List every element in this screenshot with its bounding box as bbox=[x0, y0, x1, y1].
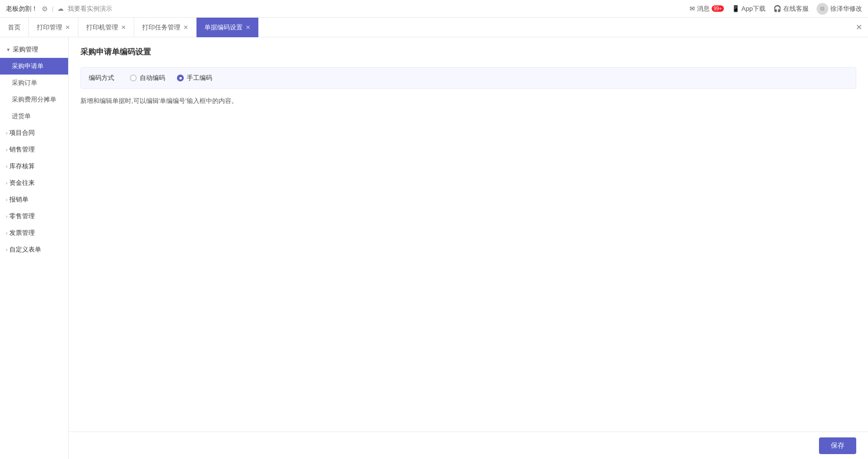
sidebar-group-label-invoice-mgmt: 发票管理 bbox=[9, 229, 35, 237]
avatar: 徐 bbox=[817, 3, 828, 15]
top-bar-notice[interactable]: 我要看实例演示 bbox=[68, 4, 112, 13]
message-icon: ✉ bbox=[690, 5, 695, 12]
sidebar-group-inventory-calc: › 库存核算 bbox=[0, 158, 68, 175]
sidebar-group-header-custom-forms[interactable]: › 自定义表单 bbox=[0, 241, 68, 258]
app-download-label: App下载 bbox=[742, 4, 766, 13]
tab-print-mgmt-label: 打印管理 bbox=[37, 23, 62, 32]
arrow-icon: › bbox=[6, 197, 7, 203]
sidebar-group-returns: › 报销单 bbox=[0, 191, 68, 208]
top-bar-right: ✉ 消息 99+ 📱 App下载 🎧 在线客服 徐 徐泽华修改 bbox=[690, 3, 862, 15]
tab-home[interactable]: 首页 bbox=[0, 18, 29, 37]
tab-single-code-settings[interactable]: 单据编码设置 ✕ bbox=[197, 18, 259, 37]
auto-code-radio[interactable]: 自动编码 bbox=[130, 74, 165, 82]
cloud-icon: ☁ bbox=[57, 5, 64, 12]
tab-home-label: 首页 bbox=[8, 23, 21, 32]
sidebar-group-label-purchase-mgmt: 采购管理 bbox=[13, 45, 38, 54]
sidebar-group-label-sales-mgmt: 销售管理 bbox=[9, 145, 35, 154]
coding-section: 编码方式 自动编码 手工编码 bbox=[80, 67, 856, 89]
tab-single-code-settings-label: 单据编码设置 bbox=[204, 23, 243, 32]
tab-bar-close-all[interactable]: ✕ bbox=[856, 23, 868, 32]
sidebar-group-label-returns: 报销单 bbox=[9, 195, 28, 204]
sidebar-group-header-inventory-calc[interactable]: › 库存核算 bbox=[0, 158, 68, 175]
arrow-icon: › bbox=[6, 147, 7, 153]
sidebar-group-header-retail-mgmt[interactable]: › 零售管理 bbox=[0, 208, 68, 225]
content-main: 采购申请单编码设置 编码方式 自动编码 手工编码 bbox=[69, 37, 868, 432]
top-bar: 老板勿割！ ⚙ | ☁ 我要看实例演示 ✉ 消息 99+ 📱 App下载 🎧 在… bbox=[0, 0, 868, 18]
sidebar-group-retail-mgmt: › 零售管理 bbox=[0, 208, 68, 225]
tab-printer-mgmt-close[interactable]: ✕ bbox=[121, 25, 126, 30]
sidebar-group-header-returns[interactable]: › 报销单 bbox=[0, 191, 68, 208]
sidebar-group-funds-flow: › 资金往来 bbox=[0, 175, 68, 191]
tab-print-task-mgmt-close[interactable]: ✕ bbox=[183, 25, 188, 30]
auto-code-radio-circle bbox=[130, 75, 137, 81]
arrow-icon: › bbox=[6, 247, 7, 253]
online-service-label: 在线客服 bbox=[783, 4, 809, 13]
sidebar-item-purchase-expense[interactable]: 采购费用分摊单 bbox=[0, 91, 68, 108]
sidebar-item-purchase-request[interactable]: 采购申请单 bbox=[0, 58, 68, 75]
arrow-icon: › bbox=[6, 180, 7, 186]
sidebar: ▼ 采购管理 采购申请单 采购订单 采购费用分摊单 进货单 › 项目合同 › 销… bbox=[0, 37, 69, 459]
arrow-icon: › bbox=[6, 230, 7, 236]
page-title: 采购申请单编码设置 bbox=[80, 47, 856, 57]
description-text: 新增和编辑单据时,可以编辑'单编编号'输入框中的内容。 bbox=[80, 97, 856, 105]
arrow-icon: › bbox=[6, 130, 7, 136]
coding-mode-label: 编码方式 bbox=[89, 74, 114, 82]
manual-code-radio-circle bbox=[177, 75, 184, 81]
auto-code-label: 自动编码 bbox=[140, 74, 165, 82]
divider: | bbox=[52, 5, 53, 12]
tab-single-code-settings-close[interactable]: ✕ bbox=[246, 25, 250, 30]
tab-print-mgmt-close[interactable]: ✕ bbox=[65, 25, 70, 30]
online-service-button[interactable]: 🎧 在线客服 bbox=[773, 4, 809, 13]
message-label: 消息 bbox=[697, 4, 710, 13]
sidebar-group-purchase-mgmt: ▼ 采购管理 采购申请单 采购订单 采购费用分摊单 进货单 bbox=[0, 41, 68, 125]
sidebar-group-header-purchase-mgmt[interactable]: ▼ 采购管理 bbox=[0, 41, 68, 58]
user-menu-button[interactable]: 徐 徐泽华修改 bbox=[817, 3, 862, 15]
top-bar-title: 老板勿割！ bbox=[6, 4, 38, 13]
main-layout: ▼ 采购管理 采购申请单 采购订单 采购费用分摊单 进货单 › 项目合同 › 销… bbox=[0, 37, 868, 459]
message-button[interactable]: ✉ 消息 99+ bbox=[690, 4, 724, 13]
sidebar-group-label-custom-forms: 自定义表单 bbox=[9, 245, 41, 254]
sidebar-group-label-project-contract: 项目合同 bbox=[9, 128, 35, 137]
tab-print-mgmt[interactable]: 打印管理 ✕ bbox=[29, 18, 78, 37]
tab-print-task-mgmt-label: 打印任务管理 bbox=[142, 23, 180, 32]
sidebar-group-label-retail-mgmt: 零售管理 bbox=[9, 212, 35, 221]
tab-print-task-mgmt[interactable]: 打印任务管理 ✕ bbox=[134, 18, 197, 37]
top-bar-left: 老板勿割！ ⚙ | ☁ 我要看实例演示 bbox=[6, 4, 112, 13]
message-badge: 99+ bbox=[712, 5, 724, 12]
content-area: 采购申请单编码设置 编码方式 自动编码 手工编码 bbox=[69, 37, 868, 459]
user-name: 徐泽华修改 bbox=[830, 4, 862, 13]
sidebar-group-sales-mgmt: › 销售管理 bbox=[0, 141, 68, 158]
sidebar-item-incoming-order[interactable]: 进货单 bbox=[0, 108, 68, 125]
tab-bar: 首页 打印管理 ✕ 打印机管理 ✕ 打印任务管理 ✕ 单据编码设置 ✕ ✕ bbox=[0, 18, 868, 37]
manual-code-label: 手工编码 bbox=[187, 74, 212, 82]
app-download-button[interactable]: 📱 App下载 bbox=[732, 4, 766, 13]
sidebar-group-label-inventory-calc: 库存核算 bbox=[9, 162, 35, 171]
sidebar-group-label-funds-flow: 资金往来 bbox=[9, 178, 35, 187]
headset-icon: 🎧 bbox=[773, 5, 781, 12]
tab-printer-mgmt[interactable]: 打印机管理 ✕ bbox=[78, 18, 134, 37]
sidebar-group-header-sales-mgmt[interactable]: › 销售管理 bbox=[0, 141, 68, 158]
sidebar-group-header-funds-flow[interactable]: › 资金往来 bbox=[0, 175, 68, 191]
arrow-icon: › bbox=[6, 214, 7, 219]
save-button[interactable]: 保存 bbox=[819, 437, 856, 454]
sidebar-group-header-invoice-mgmt[interactable]: › 发票管理 bbox=[0, 225, 68, 241]
coding-row: 编码方式 自动编码 手工编码 bbox=[89, 74, 848, 82]
arrow-icon: ▼ bbox=[6, 47, 11, 52]
arrow-icon: › bbox=[6, 164, 7, 169]
sidebar-group-custom-forms: › 自定义表单 bbox=[0, 241, 68, 258]
sidebar-group-invoice-mgmt: › 发票管理 bbox=[0, 225, 68, 241]
content-footer: 保存 bbox=[69, 432, 868, 459]
sidebar-group-project-contract: › 项目合同 bbox=[0, 125, 68, 141]
tab-printer-mgmt-label: 打印机管理 bbox=[86, 23, 118, 32]
sidebar-item-purchase-order[interactable]: 采购订单 bbox=[0, 75, 68, 91]
sidebar-group-header-project-contract[interactable]: › 项目合同 bbox=[0, 125, 68, 141]
manual-code-radio[interactable]: 手工编码 bbox=[177, 74, 212, 82]
app-icon: 📱 bbox=[732, 5, 740, 12]
settings-icon[interactable]: ⚙ bbox=[42, 5, 48, 13]
